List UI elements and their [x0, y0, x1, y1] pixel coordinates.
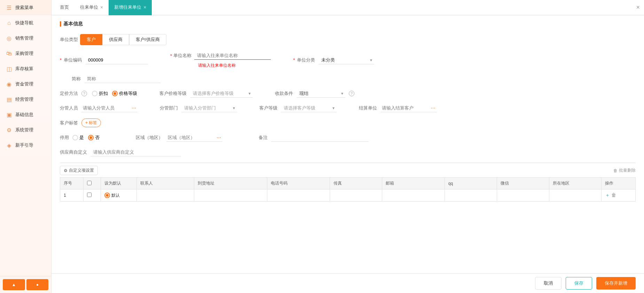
abbreviation-input[interactable]: [84, 75, 161, 83]
region-input[interactable]: [166, 133, 215, 141]
customer-level-label: 客户等级: [259, 105, 277, 111]
customer-level-select-wrapper: 请选择客户等级: [281, 104, 337, 112]
sidebar-item-quicknav[interactable]: ⌂ 快捷导航: [0, 15, 51, 31]
section-icon: [60, 21, 61, 27]
batch-delete-btn[interactable]: 🗑 批量删除: [613, 168, 636, 173]
finance-icon: ◉: [6, 81, 13, 88]
wechat-input[interactable]: [501, 193, 528, 198]
unit-category-select[interactable]: 未分类: [319, 56, 374, 64]
sales-icon: ◎: [6, 35, 13, 42]
unit-category-required: *: [293, 57, 295, 63]
default-radio-label[interactable]: 默认: [104, 193, 133, 198]
department-select[interactable]: 请输入分管部门: [181, 104, 237, 112]
department-field: 分管部门 请输入分管部门: [160, 104, 237, 112]
unit-name-required: *: [170, 53, 172, 58]
pricing-radio-group: 折扣 价格等级: [92, 90, 137, 97]
customer-level-select[interactable]: 请选择客户等级: [281, 104, 337, 112]
close-all-tabs-btn[interactable]: ×: [635, 2, 641, 13]
home-icon: ⌂: [6, 19, 13, 26]
pricing-level-radio: [112, 91, 118, 96]
fax-input[interactable]: [333, 193, 361, 198]
cell-qq: [445, 189, 497, 202]
type-btn-both[interactable]: 客户/供应商: [129, 34, 166, 45]
unit-name-label: 单位名称: [173, 52, 191, 59]
payment-terms-select[interactable]: 现结: [297, 89, 345, 98]
cancel-button[interactable]: 取消: [535, 277, 561, 290]
disable-region-row: 停用 是 否 区域（地区） ···: [60, 133, 636, 142]
table-header: 序号 设为默认 联系人 到货地址 电话号码 传真 邮箱 qq 微信 所在地区: [60, 178, 636, 189]
disable-no-radio: [88, 135, 94, 140]
disable-label: 停用: [60, 135, 69, 141]
customer-level-field: 客户等级 请选择客户等级: [259, 104, 337, 112]
disable-no-option[interactable]: 否: [88, 135, 100, 141]
unit-category-select-wrapper: 未分类: [319, 56, 374, 64]
contact-input[interactable]: [140, 193, 172, 198]
form-container: 基本信息 单位类型 客户 供应商 客户/供应商 * 单位编码: [52, 15, 644, 273]
settings-icon: ⚙: [64, 168, 68, 173]
customer-price-select[interactable]: 请选择客户价格等级: [190, 89, 253, 98]
sidebar-bottom-btn2[interactable]: ●: [26, 279, 49, 290]
pricing-discount-option[interactable]: 折扣: [92, 90, 108, 97]
sidebar-item-sales[interactable]: ◎ 销售管理: [0, 31, 51, 46]
sidebar-item-finance[interactable]: ◉ 资金管理: [0, 76, 51, 92]
email-input[interactable]: [386, 193, 421, 198]
save-button[interactable]: 保存: [566, 277, 592, 290]
close-new-partner-tab[interactable]: ×: [143, 5, 146, 10]
type-btn-customer[interactable]: 客户: [80, 34, 102, 45]
tags-label: 客户标签: [60, 120, 78, 126]
custom-settings-btn[interactable]: ⚙ 自定义项设置: [60, 166, 98, 175]
sidebar-item-search[interactable]: ☰ 搜索菜单: [0, 0, 51, 15]
settlement-dots-btn[interactable]: ···: [429, 105, 437, 111]
sidebar-item-basic[interactable]: ▣ 基础信息: [0, 107, 51, 122]
add-tag-btn[interactable]: + 标签: [81, 119, 101, 127]
unit-code-label: 单位编码: [64, 57, 82, 63]
pricing-method-field: 定价方法 ? 折扣 价格等级: [60, 90, 137, 97]
abbreviation-field: 简称: [60, 75, 161, 83]
region-label: 区域（地区）: [136, 135, 163, 141]
pricing-level-option[interactable]: 价格等级: [112, 90, 137, 97]
tab-partners[interactable]: 往来单位 ×: [74, 0, 109, 15]
add-row-btn[interactable]: ＋: [605, 192, 610, 198]
region-dots-btn[interactable]: ···: [215, 135, 222, 141]
unit-category-label: 单位分类: [297, 57, 315, 63]
close-partners-tab[interactable]: ×: [100, 5, 103, 10]
sidebar-item-operations[interactable]: ▤ 经营管理: [0, 92, 51, 107]
payment-help-icon[interactable]: ?: [349, 91, 354, 96]
sidebar-item-guide[interactable]: ◈ 新手引导: [0, 138, 51, 153]
tab-new-partner[interactable]: 新增往来单位 ×: [109, 0, 152, 15]
disable-yes-option[interactable]: 是: [72, 135, 84, 141]
remarks-input[interactable]: [271, 133, 369, 142]
supplier-custom-input[interactable]: [91, 148, 181, 156]
type-btn-supplier[interactable]: 供应商: [102, 34, 129, 45]
payment-terms-field: 收款条件 现结 ?: [275, 89, 354, 98]
manager-dots-btn[interactable]: ···: [130, 105, 138, 111]
payment-terms-label: 收款条件: [275, 90, 293, 97]
cell-region: [549, 189, 602, 202]
sidebar-item-inventory[interactable]: ◫ 库存核算: [0, 61, 51, 76]
delete-row-btn[interactable]: 🗑: [611, 192, 616, 198]
qq-input[interactable]: [448, 193, 476, 198]
table-header-row: 序号 设为默认 联系人 到货地址 电话号码 传真 邮箱 qq 微信 所在地区: [60, 178, 636, 189]
sidebar-item-system[interactable]: ⚙ 系统管理: [0, 122, 51, 138]
unit-code-input[interactable]: [85, 56, 148, 64]
customer-price-select-wrapper: 请选择客户价格等级: [190, 89, 253, 98]
unit-name-input[interactable]: [194, 51, 271, 60]
phone-input[interactable]: [271, 193, 306, 198]
settlement-input[interactable]: [380, 104, 429, 112]
region-cell-input[interactable]: [553, 193, 581, 198]
manager-input[interactable]: [81, 104, 130, 112]
address-input[interactable]: [198, 193, 239, 198]
cell-contact: [137, 189, 194, 202]
save-new-button[interactable]: 保存并新增: [596, 277, 636, 290]
pricing-help-icon[interactable]: ?: [81, 91, 87, 96]
col-qq: qq: [445, 178, 497, 189]
tags-row: 客户标签 + 标签: [60, 119, 636, 127]
table-body: 1 默认: [60, 189, 636, 202]
tab-home[interactable]: 首页: [54, 0, 74, 15]
sidebar-item-purchase[interactable]: 🛍 采购管理: [0, 46, 51, 61]
sidebar-bottom-btn1[interactable]: ▲: [3, 279, 25, 290]
select-all-checkbox[interactable]: [87, 181, 92, 185]
row-checkbox[interactable]: [87, 193, 92, 197]
main-content: 首页 往来单位 × 新增往来单位 × × 基本信息 单位类型 客户 供应商 客: [52, 0, 644, 293]
supplier-custom-field: 供应商自定义: [60, 148, 181, 156]
